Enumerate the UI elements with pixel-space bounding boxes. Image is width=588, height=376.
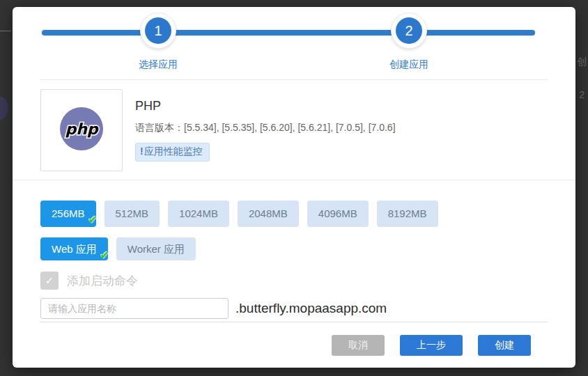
memory-option-label: 1024MB (179, 207, 218, 219)
modal-footer: 取消 上一步 创建 (13, 322, 575, 368)
stepper-progress-bar (42, 30, 535, 36)
app-type-option-label: Web 应用 (52, 243, 97, 255)
create-app-modal: 1 选择应用 2 创建应用 php PHP 语言版本：[5.5.34], [5.… (13, 7, 575, 368)
stepper-step-2[interactable]: 2 创建应用 (389, 13, 429, 71)
memory-option-label: 2048MB (249, 207, 288, 219)
stepper-step-1[interactable]: 1 选择应用 (138, 13, 178, 71)
memory-option-8192mb[interactable]: 8192MB (377, 201, 438, 227)
stepper: 1 选择应用 2 创建应用 (13, 7, 575, 81)
memory-option-2048mb[interactable]: 2048MB (238, 201, 299, 227)
step-2-label: 创建应用 (389, 58, 429, 71)
memory-options-row: 256MB ✔ 512MB 1024MB 2048MB 4096MB 8192M… (40, 201, 548, 227)
step-halo: 1 (140, 13, 176, 49)
background-logo-fragment (0, 95, 8, 121)
previous-step-button[interactable]: 上一步 (400, 335, 463, 356)
memory-option-256mb[interactable]: 256MB ✔ (40, 201, 96, 227)
memory-option-label: 4096MB (318, 207, 357, 219)
cancel-button[interactable]: 取消 (332, 335, 385, 356)
app-type-option-web[interactable]: Web 应用 ✔ (40, 237, 108, 260)
app-config-controls: 256MB ✔ 512MB 1024MB 2048MB 4096MB 8192M… (13, 180, 575, 319)
app-name-input[interactable] (40, 298, 229, 319)
step-1-label: 选择应用 (138, 58, 178, 71)
create-button[interactable]: 创建 (478, 335, 531, 356)
step-1-circle: 1 (145, 17, 171, 44)
app-type-option-label: Worker 应用 (127, 243, 185, 255)
startup-command-checkbox[interactable]: ✓ (40, 272, 59, 290)
step-halo: 2 (391, 13, 427, 49)
memory-option-label: 8192MB (388, 207, 427, 219)
apm-tag[interactable]: !应用性能监控 (135, 143, 210, 162)
memory-option-1024mb[interactable]: 1024MB (168, 201, 229, 227)
divider (40, 322, 548, 322)
app-type-option-worker[interactable]: Worker 应用 (116, 237, 196, 260)
apm-tag-label: 应用性能监控 (144, 146, 203, 157)
startup-command-label: 添加启动命令 (67, 273, 138, 289)
memory-option-4096mb[interactable]: 4096MB (307, 201, 369, 227)
check-icon: ✔ (88, 207, 97, 233)
memory-option-512mb[interactable]: 512MB (105, 201, 160, 227)
svg-text:php: php (65, 120, 98, 138)
selected-app-section: php PHP 语言版本：[5.5.34], [5.5.35], [5.6.20… (13, 81, 575, 180)
background-underlined-text-fragment (0, 22, 11, 31)
php-logo-icon: php (59, 107, 104, 154)
divider (40, 79, 548, 80)
background-text-fragment: 创 (577, 56, 587, 68)
app-language-versions: 语言版本：[5.5.34], [5.5.35], [5.6.20], [5.6.… (135, 122, 396, 134)
startup-command-row: ✓ 添加启动命令 (40, 272, 548, 290)
app-info: PHP 语言版本：[5.5.34], [5.5.35], [5.6.20], [… (135, 89, 396, 171)
step-2-circle: 2 (396, 17, 422, 44)
app-title: PHP (135, 99, 396, 113)
app-type-options-row: Web 应用 ✔ Worker 应用 (40, 237, 548, 260)
memory-option-label: 512MB (116, 207, 149, 219)
memory-option-label: 256MB (52, 207, 85, 219)
check-icon: ✔ (100, 244, 109, 267)
background-number-fragment: 2 (579, 89, 585, 100)
footer-buttons: 取消 上一步 创建 (332, 335, 531, 356)
app-logo-card: php (40, 89, 123, 171)
app-name-row: .butterfly.mopaasapp.com (40, 298, 548, 319)
exclamation-icon: ! (140, 146, 144, 157)
domain-suffix: .butterfly.mopaasapp.com (235, 301, 387, 316)
